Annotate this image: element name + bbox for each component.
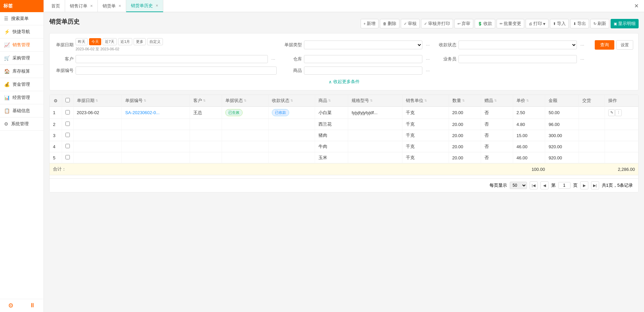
select-all-checkbox[interactable]: [65, 98, 70, 102]
salesperson-dots[interactable]: ···: [579, 56, 586, 62]
row-doc-no[interactable]: [122, 119, 190, 130]
sidebar-item-sales-mgmt[interactable]: 📈 销售管理: [0, 38, 44, 52]
row-doc-no[interactable]: SA-20230602-0...: [122, 107, 190, 119]
sidebar-collapse-btn[interactable]: ⏸: [29, 302, 35, 309]
row-checkbox[interactable]: [62, 130, 73, 141]
row-doc-no[interactable]: [122, 130, 190, 141]
warehouse-input[interactable]: [304, 55, 422, 63]
collect-btn[interactable]: 💲 收款: [475, 19, 495, 28]
query-btn[interactable]: 查询: [595, 40, 614, 50]
date-btn-custom[interactable]: 自定义: [147, 38, 163, 45]
refresh-btn[interactable]: ↻ 刷新: [590, 19, 609, 28]
row-doc-no[interactable]: [122, 152, 190, 163]
th-unit[interactable]: 销售单位⇅: [402, 95, 449, 107]
th-checkbox[interactable]: [62, 95, 73, 107]
sidebar-item-finance-mgmt[interactable]: 💰 资金管理: [0, 78, 44, 91]
op-edit[interactable]: ✎: [608, 109, 615, 116]
customer-dots[interactable]: ···: [270, 56, 277, 62]
date-btn-1month[interactable]: 近1月: [118, 38, 132, 45]
row-checkbox[interactable]: [62, 119, 73, 130]
batch-change-btn[interactable]: ✏ 批量变更: [497, 19, 524, 28]
print-btn[interactable]: 🖨 打印 ▾: [526, 19, 549, 28]
delete-btn[interactable]: 🗑 删除: [380, 19, 399, 28]
sidebar-item-label-ops-mgmt: 经营管理: [12, 95, 30, 101]
row-qty: 20.00: [449, 152, 481, 163]
row-operations[interactable]: [605, 152, 638, 163]
import-btn[interactable]: ⬆ 导入: [550, 19, 569, 28]
page-last-btn[interactable]: ▶|: [591, 181, 599, 189]
row-operations[interactable]: ✎⋮: [605, 107, 638, 119]
page-prev-btn[interactable]: ◀: [540, 181, 549, 189]
row-customer: 王总: [190, 107, 222, 119]
sidebar-item-inventory-calc[interactable]: 🏠 库存核算: [0, 65, 44, 78]
tab-sales-order[interactable]: 销售订单 ✕: [65, 0, 98, 12]
th-spec[interactable]: 规格型号⇅: [348, 95, 402, 107]
th-customer[interactable]: 客户⇅: [190, 95, 222, 107]
finance-mgmt-icon: 💰: [4, 82, 10, 87]
date-btn-7days[interactable]: 近7天: [103, 38, 117, 45]
th-qty[interactable]: 数量⇅: [449, 95, 481, 107]
audit-print-btn[interactable]: ✓ 审核并打印: [421, 19, 453, 28]
sidebar-item-quick-nav[interactable]: ⚡ 快捷导航: [0, 25, 44, 38]
page-next-btn[interactable]: ▶: [580, 181, 588, 189]
th-doc-date[interactable]: 单据日期⇅: [73, 95, 122, 107]
sidebar-item-basic-info[interactable]: 📋 基础信息: [0, 104, 44, 118]
goods-dots[interactable]: ···: [424, 68, 431, 73]
th-gift[interactable]: 赠品⇅: [481, 95, 513, 107]
row-checkbox[interactable]: [62, 152, 73, 163]
setting-btn[interactable]: 设置: [616, 40, 633, 50]
date-btn-more[interactable]: 更多: [134, 38, 146, 45]
horizontal-scrollbar[interactable]: [50, 175, 638, 178]
show-detail-btn[interactable]: ▣ 显示明细: [611, 19, 639, 28]
filter-salesperson-item: 业务员 ···: [438, 55, 586, 63]
sidebar-item-sys-mgmt[interactable]: ⚙ 系统管理: [0, 118, 44, 131]
page-input[interactable]: [558, 182, 570, 189]
abandon-btn[interactable]: ↩ 弃审: [454, 19, 473, 28]
goods-input[interactable]: [304, 67, 422, 75]
th-price[interactable]: 单价⇅: [513, 95, 545, 107]
tab-home[interactable]: 首页: [47, 0, 65, 12]
doc-no-link[interactable]: SA-20230602-0...: [125, 110, 160, 115]
op-more[interactable]: ⋮: [615, 109, 622, 116]
th-doc-status[interactable]: 单据状态⇅: [222, 95, 269, 107]
row-checkbox[interactable]: [62, 107, 73, 119]
salesperson-input[interactable]: [458, 55, 577, 63]
tab-sales-history-close[interactable]: ✕: [156, 4, 158, 7]
doc-type-select[interactable]: [304, 41, 422, 49]
sidebar-item-purchase-mgmt[interactable]: 🛒 采购管理: [0, 52, 44, 65]
date-btn-yesterday[interactable]: 昨天: [76, 38, 88, 45]
collect-status-select[interactable]: [458, 41, 577, 49]
table-row: 4牛肉千克20.00否46.00920.00: [50, 141, 638, 152]
sidebar-item-search-menu[interactable]: ☰ 搜索菜单: [0, 12, 44, 25]
collect-status-dots[interactable]: ···: [579, 42, 586, 48]
th-collect-status[interactable]: 收款状态⇅: [269, 95, 315, 107]
sidebar-settings-btn[interactable]: ⚙: [8, 302, 13, 309]
row-unit: 千克: [402, 107, 449, 119]
export-btn[interactable]: ⬇ 导出: [570, 19, 589, 28]
th-doc-no[interactable]: 单据编号⇅: [122, 95, 190, 107]
collapse-btn[interactable]: ∧ 收起更多条件: [55, 78, 633, 85]
th-goods[interactable]: 商品⇅: [315, 95, 348, 107]
tab-sales-order-close[interactable]: ✕: [90, 4, 93, 8]
sidebar-item-ops-mgmt[interactable]: 📊 经营管理: [0, 91, 44, 104]
tab-bar-close-btn[interactable]: ✕: [632, 3, 641, 9]
row-checkbox[interactable]: [62, 141, 73, 152]
tab-sales-history[interactable]: 销货单历史 ✕: [126, 0, 163, 12]
customer-input[interactable]: [76, 55, 268, 63]
doc-type-dots[interactable]: ···: [424, 42, 431, 48]
date-btn-today[interactable]: 今天: [89, 38, 101, 45]
row-operations[interactable]: [605, 141, 638, 152]
audit-btn[interactable]: ✓ 审核: [401, 19, 420, 28]
row-operations[interactable]: [605, 119, 638, 130]
row-operations[interactable]: [605, 130, 638, 141]
page-size-select[interactable]: 50 10 20 100: [510, 182, 527, 189]
tab-sales-delivery-close[interactable]: ✕: [118, 4, 121, 8]
page-first-btn[interactable]: |◀: [530, 181, 538, 189]
th-gear[interactable]: ⚙: [50, 95, 62, 107]
doc-no-input[interactable]: [76, 67, 277, 75]
warehouse-dots[interactable]: ···: [424, 56, 431, 62]
new-btn[interactable]: + 新增: [361, 19, 379, 28]
tab-sales-delivery[interactable]: 销货单 ✕: [98, 0, 126, 12]
row-doc-no[interactable]: [122, 141, 190, 152]
row-transaction: [579, 141, 605, 152]
